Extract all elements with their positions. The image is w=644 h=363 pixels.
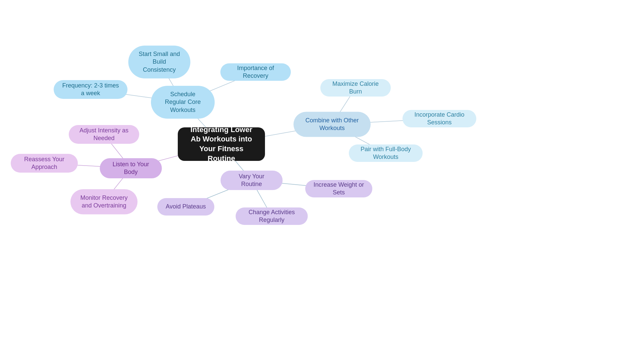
pair-fullbody-node: Pair with Full-Body Workouts — [349, 144, 423, 162]
importance-recovery-node: Importance of Recovery — [220, 63, 291, 81]
listen-node: Listen to Your Body — [100, 158, 162, 178]
frequency-node: Frequency: 2-3 times a week — [54, 80, 127, 99]
schedule-node: Schedule Regular Core Workouts — [151, 86, 215, 119]
monitor-node: Monitor Recovery and Overtraining — [70, 189, 138, 215]
avoid-plateaus-node: Avoid Plateaus — [157, 198, 214, 216]
reassess-node: Reassess Your Approach — [11, 154, 78, 173]
adjust-node: Adjust Intensity as Needed — [69, 125, 139, 144]
combine-node: Combine with Other Workouts — [293, 112, 371, 137]
vary-node: Vary Your Routine — [221, 171, 283, 190]
maximize-node: Maximize Calorie Burn — [320, 79, 391, 97]
center-node: Integrating Lower Ab Workouts into Your … — [178, 127, 265, 161]
start-small-node: Start Small and Build Consistency — [128, 46, 191, 78]
change-activities-node: Change Activities Regularly — [236, 207, 308, 225]
increase-weight-node: Increase Weight or Sets — [305, 180, 372, 197]
incorporate-cardio-node: Incorporate Cardio Sessions — [402, 110, 476, 127]
